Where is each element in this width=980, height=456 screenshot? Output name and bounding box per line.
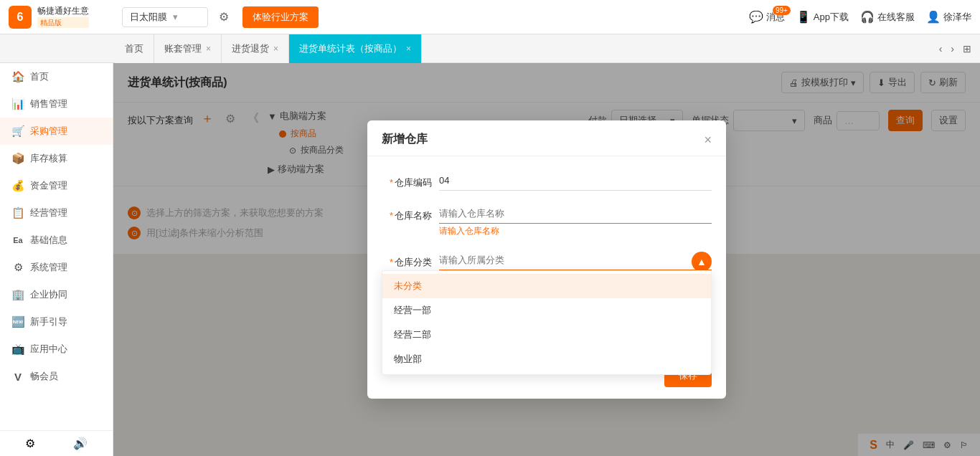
online-service-item[interactable]: 🎧 在线客服 (860, 10, 915, 24)
message-icon: 💬 (749, 10, 763, 24)
tab-purchase-stat[interactable]: 进货单统计表（按商品） × (289, 34, 422, 63)
sales-icon: 📊 (11, 98, 24, 110)
tab-home[interactable]: 首页 (115, 34, 154, 63)
tab-menu-button[interactable]: ⊞ (960, 40, 974, 57)
tab-bar: 首页 账套管理 × 进货退货 × 进货单统计表（按商品） × ‹ › ⊞ (0, 34, 980, 63)
modal-title: 新增仓库 (382, 132, 428, 147)
user-info-item[interactable]: 👤 徐泽华 (926, 10, 971, 24)
modal-body: *仓库编码 *仓库名称 请输入仓库名称 (367, 156, 726, 356)
sidebar-item-system[interactable]: ⚙ 系统管理 (0, 254, 113, 281)
sidebar-item-basic[interactable]: Ea 基础信息 (0, 227, 113, 254)
sidebar-item-member[interactable]: V 畅会员 (0, 363, 113, 390)
purchase-icon: 🛒 (11, 125, 24, 138)
category-field: ▲ 未分类 经营一部 经营二部 (439, 250, 712, 270)
enterprise-icon: 🏢 (11, 288, 24, 301)
appcenter-icon: 📺 (11, 343, 24, 356)
gear-icon: ⚙ (219, 10, 229, 24)
sidebar-item-appcenter[interactable]: 📺 应用中心 (0, 336, 113, 363)
app-logo-icon: 6 (9, 6, 32, 29)
code-field (439, 171, 712, 191)
top-right-area: 💬 消息 99+ 📱 App下载 🎧 在线客服 👤 徐泽华 (749, 10, 971, 24)
logo-text: 畅捷通好生意 精品版 (37, 6, 89, 28)
operation-icon: 📋 (11, 206, 24, 219)
category-dropdown-list: 未分类 经营一部 经营二部 物业部 (382, 270, 712, 375)
tab-purchase-return-close-icon[interactable]: × (273, 44, 278, 54)
message-item[interactable]: 💬 消息 99+ (749, 10, 785, 24)
finance-icon: 💰 (11, 179, 24, 192)
sidebar-item-home[interactable]: 🏠 首页 (0, 63, 113, 90)
category-label: *仓库分类 (382, 250, 439, 269)
category-form-row: *仓库分类 ▲ 未分类 经营一部 (382, 250, 712, 270)
name-label: *仓库名称 (382, 204, 439, 222)
tab-next-button[interactable]: › (948, 40, 957, 57)
name-field: 请输入仓库名称 (439, 204, 712, 237)
dropdown-item-dept1[interactable]: 经营一部 (382, 298, 711, 323)
sidebar: 🏠 首页 📊 销售管理 🛒 采购管理 📦 库存核算 💰 资金管理 📋 经营管理 … (0, 63, 113, 456)
dropdown-item-dept2[interactable]: 经营二部 (382, 323, 711, 347)
home-icon: 🏠 (11, 70, 24, 83)
store-selector-arrow-icon: ▾ (173, 11, 178, 22)
modal-overlay: 新增仓库 × *仓库编码 (113, 63, 980, 456)
content-area: 进货单统计(按商品) 🖨 按模板打印 ▾ ⬇ 导出 ↻ 刷新 按以下方案查询 (113, 63, 980, 456)
user-avatar-icon: 👤 (926, 10, 941, 24)
top-header: 6 畅捷通好生意 精品版 日太阳膜 ▾ ⚙ 体验行业方案 💬 消息 99+ 📱 … (0, 0, 980, 34)
tab-accounts[interactable]: 账套管理 × (154, 34, 222, 63)
member-icon: V (11, 370, 24, 383)
dropdown-item-uncategorized[interactable]: 未分类 (382, 274, 711, 298)
sidebar-bottom: ⚙ 🔊 (0, 430, 113, 456)
sidebar-item-sales[interactable]: 📊 销售管理 (0, 90, 113, 118)
name-error-msg: 请输入仓库名称 (439, 225, 712, 237)
tab-prev-button[interactable]: ‹ (936, 40, 946, 57)
sidebar-item-enterprise[interactable]: 🏢 企业协同 (0, 281, 113, 308)
headset-icon: 🎧 (860, 10, 875, 24)
sidebar-settings-icon[interactable]: ⚙ (25, 437, 35, 450)
tab-purchase-return[interactable]: 进货退货 × (222, 34, 289, 63)
code-label: *仓库编码 (382, 171, 439, 189)
phone-icon: 📱 (796, 10, 811, 24)
modal-close-button[interactable]: × (704, 133, 712, 146)
code-input[interactable] (439, 171, 712, 191)
tab-accounts-close-icon[interactable]: × (206, 44, 211, 54)
code-form-row: *仓库编码 (382, 171, 712, 191)
dropdown-item-property[interactable]: 物业部 (382, 347, 711, 371)
main-layout: 🏠 首页 📊 销售管理 🛒 采购管理 📦 库存核算 💰 资金管理 📋 经营管理 … (0, 63, 980, 456)
name-form-row: *仓库名称 请输入仓库名称 (382, 204, 712, 237)
name-input[interactable] (439, 204, 712, 224)
modal-header: 新增仓库 × (367, 120, 726, 156)
category-dropdown-button[interactable]: ▲ (692, 252, 712, 272)
system-icon: ⚙ (11, 261, 24, 274)
trial-button[interactable]: 体验行业方案 (242, 6, 319, 28)
tab-bar-right: ‹ › ⊞ (936, 40, 980, 57)
category-input[interactable] (439, 250, 712, 270)
tab-purchase-stat-close-icon[interactable]: × (406, 44, 411, 54)
sidebar-item-inventory[interactable]: 📦 库存核算 (0, 145, 113, 172)
logo-area: 6 畅捷通好生意 精品版 (9, 6, 116, 29)
basic-icon: Ea (11, 234, 24, 247)
sidebar-item-operation[interactable]: 📋 经营管理 (0, 199, 113, 227)
store-selector[interactable]: 日太阳膜 ▾ (122, 7, 208, 27)
new-warehouse-modal: 新增仓库 × *仓库编码 (367, 120, 726, 399)
settings-gear-button[interactable]: ⚙ (212, 6, 235, 29)
app-download-item[interactable]: 📱 App下载 (796, 10, 849, 24)
inventory-icon: 📦 (11, 152, 24, 165)
sidebar-speaker-icon[interactable]: 🔊 (73, 437, 88, 450)
sidebar-item-finance[interactable]: 💰 资金管理 (0, 172, 113, 199)
guide-icon: 🆕 (11, 315, 24, 328)
sidebar-item-purchase[interactable]: 🛒 采购管理 (0, 118, 113, 145)
sidebar-item-guide[interactable]: 🆕 新手引导 (0, 308, 113, 336)
